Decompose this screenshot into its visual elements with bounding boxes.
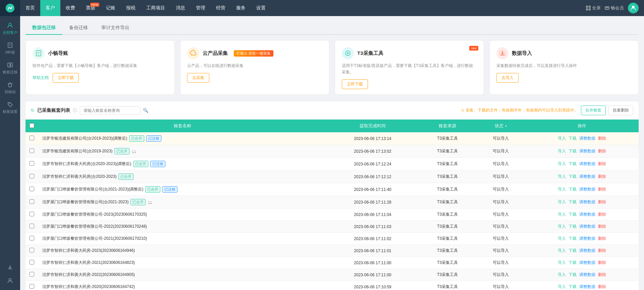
batch-delete-btn[interactable]: 批量删除	[608, 105, 633, 115]
adjust-link[interactable]: 调整数据	[579, 212, 595, 217]
import-link[interactable]: 导入	[558, 236, 566, 241]
row-checkbox-2[interactable]	[30, 161, 34, 166]
import-link[interactable]: 导入	[558, 161, 566, 167]
row-checkbox-11[interactable]	[30, 272, 34, 277]
download-link[interactable]: 下载	[569, 212, 577, 217]
download-link[interactable]: 下载	[569, 174, 577, 179]
delete-link[interactable]: 删除	[598, 224, 606, 229]
adjust-link[interactable]: 调整数据	[579, 236, 595, 241]
nav-operation[interactable]: 经营	[211, 0, 231, 16]
adjust-link[interactable]: 调整数据	[579, 260, 595, 266]
download-link[interactable]: 下载	[569, 260, 577, 266]
delete-link[interactable]: 删除	[598, 148, 606, 154]
adjust-link[interactable]: 调整数据	[579, 272, 595, 278]
refresh-icon[interactable]: ↻	[31, 108, 35, 113]
nav-service[interactable]: 服务	[231, 0, 251, 16]
import-link[interactable]: 导入	[558, 272, 566, 278]
search-input[interactable]	[80, 106, 140, 115]
xiaochangdaozhang-help-btn[interactable]: 帮助文档	[33, 75, 49, 81]
nav-invoice[interactable]: 票据 NEW	[80, 0, 101, 16]
import-link[interactable]: 导入	[558, 260, 566, 266]
delete-link[interactable]: 删除	[598, 187, 606, 192]
row-checkbox-7[interactable]	[30, 224, 34, 228]
nav-fee[interactable]: 收费	[60, 0, 80, 16]
delete-link[interactable]: 删除	[598, 136, 606, 141]
tab-backup-migration[interactable]: 备份迁移	[62, 21, 95, 35]
row-checkbox-1[interactable]	[30, 148, 34, 153]
sidebar-item-zero-report[interactable]: 0申报	[0, 39, 20, 58]
import-link[interactable]: 导入	[558, 224, 566, 229]
download-link[interactable]: 下载	[569, 136, 577, 141]
row-checkbox-12[interactable]	[30, 284, 34, 289]
import-link[interactable]: 导入	[558, 148, 566, 154]
adjust-link[interactable]: 调整数据	[579, 248, 595, 253]
sidebar-item-trash[interactable]: 回收站	[0, 78, 20, 98]
import-link[interactable]: 导入	[558, 199, 566, 205]
xiaochangdaozhang-download-btn[interactable]: 立即下载	[53, 73, 79, 83]
yuncp-collect-btn[interactable]: 去采集	[187, 73, 209, 83]
adjust-link[interactable]: 调整数据	[579, 199, 595, 205]
th-status[interactable]: 状态 ▾	[477, 120, 525, 132]
download-link[interactable]: 下载	[569, 284, 577, 290]
merge-accounts-btn[interactable]: 合并账套	[581, 105, 606, 115]
fullscreen-button[interactable]: 全屏	[586, 5, 601, 11]
import-link[interactable]: 导入	[558, 284, 566, 290]
sidebar-item-user[interactable]	[0, 274, 20, 287]
nav-tax[interactable]: 报税	[121, 0, 141, 16]
adjust-link[interactable]: 调整数据	[579, 136, 595, 141]
row-checkbox-8[interactable]	[30, 236, 34, 240]
delete-link[interactable]: 删除	[598, 199, 606, 205]
row-checkbox-4[interactable]	[30, 187, 34, 191]
nav-bookkeeping[interactable]: 记账	[101, 0, 121, 16]
download-link[interactable]: 下载	[569, 248, 577, 253]
sidebar-item-all-customers[interactable]: 全部客户	[0, 19, 20, 39]
nav-settings[interactable]: 设置	[251, 0, 271, 16]
tab-audit-export[interactable]: 审计文件导出	[95, 21, 136, 35]
delete-link[interactable]: 删除	[598, 174, 606, 179]
delete-link[interactable]: 删除	[598, 236, 606, 241]
nav-business[interactable]: 工商项目	[141, 0, 170, 16]
download-link[interactable]: 下载	[569, 224, 577, 229]
import-link[interactable]: 导入	[558, 187, 566, 192]
delete-link[interactable]: 删除	[598, 260, 606, 266]
adjust-link[interactable]: 调整数据	[579, 284, 595, 290]
nav-home[interactable]: 首页	[20, 0, 40, 16]
adjust-link[interactable]: 调整数据	[579, 161, 595, 167]
dataimport-btn[interactable]: 去导入	[496, 73, 519, 83]
download-link[interactable]: 下载	[569, 272, 577, 278]
row-checkbox-6[interactable]	[30, 212, 34, 216]
delete-link[interactable]: 删除	[598, 272, 606, 278]
import-link[interactable]: 导入	[558, 248, 566, 253]
row-checkbox-3[interactable]	[30, 174, 34, 178]
download-link[interactable]: 下载	[569, 161, 577, 167]
sidebar-item-tag[interactable]: 标签设置	[0, 98, 20, 118]
nav-customer[interactable]: 客户	[40, 0, 60, 16]
row-checkbox-10[interactable]	[30, 260, 34, 265]
delete-link[interactable]: 删除	[598, 284, 606, 290]
sidebar-item-migrate[interactable]: 账套迁移	[0, 58, 20, 78]
import-link[interactable]: 导入	[558, 136, 566, 141]
download-link[interactable]: 下载	[569, 148, 577, 154]
nav-message[interactable]: 消息	[170, 0, 191, 16]
download-link[interactable]: 下载	[569, 236, 577, 241]
vip-button[interactable]: 畅会员	[605, 5, 624, 11]
user-avatar[interactable]	[628, 3, 639, 13]
select-all-checkbox[interactable]	[30, 123, 34, 128]
help-icon[interactable]: ⓘ	[73, 107, 77, 114]
row-checkbox-9[interactable]	[30, 248, 34, 252]
import-link[interactable]: 导入	[558, 174, 566, 179]
delete-link[interactable]: 删除	[598, 212, 606, 217]
delete-link[interactable]: 删除	[598, 161, 606, 167]
adjust-link[interactable]: 调整数据	[579, 174, 595, 179]
logo[interactable]	[0, 0, 20, 16]
delete-link[interactable]: 删除	[598, 248, 606, 253]
t3tool-download-btn[interactable]: 立即下载	[342, 79, 368, 89]
row-checkbox-0[interactable]	[30, 136, 34, 140]
tab-data-migration[interactable]: 数据包迁移	[25, 21, 62, 35]
adjust-link[interactable]: 调整数据	[579, 224, 595, 229]
download-link[interactable]: 下载	[569, 199, 577, 205]
import-link[interactable]: 导入	[558, 212, 566, 217]
adjust-link[interactable]: 调整数据	[579, 148, 595, 154]
nav-manage[interactable]: 管理	[191, 0, 211, 16]
search-submit-icon[interactable]: 🔍	[143, 108, 148, 113]
